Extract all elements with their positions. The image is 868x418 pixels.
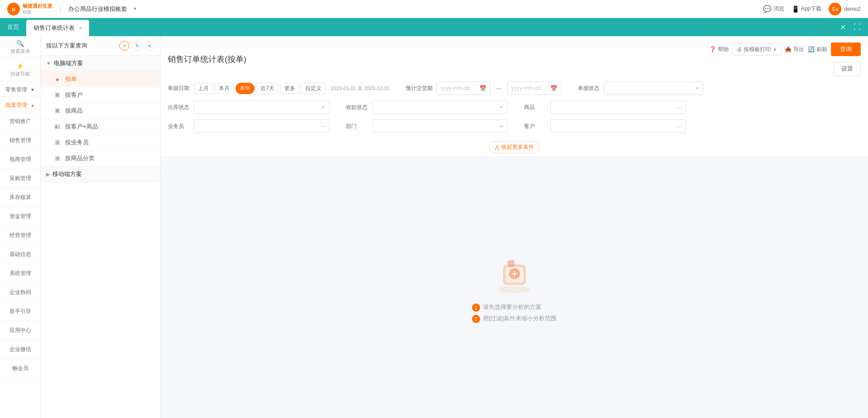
delivery-label: 出库状态	[168, 104, 190, 111]
calendar-end-icon[interactable]: 📅	[550, 85, 557, 92]
filter-row-2: 出库状态 ▼ 收款状态 ▼	[168, 100, 861, 114]
department-select[interactable]: ▼	[372, 119, 508, 133]
app-download-btn[interactable]: 📱 App下载	[792, 5, 821, 13]
panel-edit-btn[interactable]: ✎	[132, 41, 142, 51]
plan-group-pc-arrow: ▼	[46, 61, 51, 66]
message-btn[interactable]: 💬 消息	[763, 5, 784, 13]
plan-group-pc-header[interactable]: ▼ 电脑端方案	[41, 56, 160, 71]
panel-collapse-btn[interactable]: «	[145, 41, 155, 51]
date-filter-label: 单据日期	[168, 85, 190, 92]
plan-group-mobile-header[interactable]: ▶ 移动端方案	[41, 166, 160, 182]
collapse-label: 收起更多条件	[501, 143, 534, 151]
empty-illustration	[492, 251, 537, 298]
sidebar-item-应用中心[interactable]: 应用中心	[0, 321, 40, 340]
sidebar-retail-label: 零售管理	[5, 86, 27, 94]
expected-date-start[interactable]: yyyy-mm-dd 📅	[436, 81, 491, 95]
window-expand-btn[interactable]: ⛶	[852, 22, 863, 33]
product-label: 商品	[524, 104, 547, 111]
sidebar-item-wholesale[interactable]: 批发管理 ▲	[0, 97, 40, 112]
collapse-filter-btn[interactable]: ⋀ 收起更多条件	[489, 141, 540, 153]
sidebar-item-经营管理[interactable]: 经营管理	[0, 226, 40, 245]
salesperson-label: 业务员	[168, 123, 190, 130]
user-avatar: Ea	[829, 3, 841, 15]
tab-active[interactable]: 销售订单统计表 ×	[26, 20, 89, 36]
delivery-status-select[interactable]: ▼	[194, 100, 330, 114]
refresh-btn[interactable]: 🔄 刷新	[808, 46, 827, 53]
tab-close-btn[interactable]: ×	[79, 25, 82, 31]
customer-input[interactable]: ···	[550, 119, 686, 133]
sidebar: 🔍 搜索菜单 ⚡ 快捷导航 零售管理 ▼ 批发管理 ▲ 营销推广销售管理电商管理…	[0, 36, 41, 418]
export-icon: 📤	[785, 46, 792, 52]
tab-active-label: 销售订单统计表	[33, 24, 75, 32]
sidebar-item-营销推广[interactable]: 营销推广	[0, 112, 40, 131]
plan-item-by-cust-product[interactable]: 客+ 按客户+商品	[41, 119, 160, 135]
sidebar-group-retail: 零售管理 ▼	[0, 81, 40, 97]
btn-custom-date[interactable]: 自定义	[301, 83, 326, 94]
sidebar-item-销售管理[interactable]: 销售管理	[0, 131, 40, 150]
help-btn[interactable]: ❓ 帮助	[709, 46, 729, 53]
sidebar-item-基础信息[interactable]: 基础信息	[0, 245, 40, 264]
svg-text:商: 商	[56, 109, 59, 113]
plan-item-icon-cust-product: 客+	[53, 123, 61, 131]
main-layout: 🔍 搜索菜单 ⚡ 快捷导航 零售管理 ▼ 批发管理 ▲ 营销推广销售管理电商管理…	[0, 36, 868, 418]
btn-this-month[interactable]: 本月	[215, 83, 234, 94]
calendar-start-icon[interactable]: 📅	[479, 85, 486, 92]
sidebar-item-企业协同[interactable]: 企业协同	[0, 283, 40, 302]
user-area[interactable]: Ea demo2	[829, 3, 861, 15]
sidebar-item-畅会员[interactable]: 畅会员	[0, 359, 40, 378]
tab-home[interactable]: 首页	[0, 18, 26, 36]
plan-item-by-product[interactable]: 商 按商品	[41, 103, 160, 119]
btn-this-year[interactable]: 本年	[236, 83, 255, 94]
sidebar-item-库存核算[interactable]: 库存核算	[0, 188, 40, 207]
sidebar-item-企业微信[interactable]: 企业微信	[0, 340, 40, 359]
plan-item-by-category[interactable]: 类 按商品分类	[41, 151, 160, 166]
filter-delivery: 出库状态 ▼	[168, 100, 330, 114]
sidebar-item-retail[interactable]: 零售管理 ▼	[0, 81, 40, 96]
plan-item-by-customer[interactable]: 客 按客户	[41, 87, 160, 103]
expected-date-end-placeholder: yyyy-mm-dd	[511, 85, 541, 91]
sidebar-item-系统管理[interactable]: 系统管理	[0, 264, 40, 283]
sidebar-item-新手引导[interactable]: 新手引导	[0, 302, 40, 321]
svg-text:客+: 客+	[55, 125, 60, 128]
btn-more-date[interactable]: 更多	[280, 83, 299, 94]
sidebar-nav-quicknav[interactable]: ⚡ 快捷导航	[0, 59, 40, 81]
app-dropdown-arrow[interactable]: ▼	[132, 6, 137, 11]
left-panel-title: 按以下方案查询	[46, 42, 87, 50]
bill-status-label: 单据状态	[578, 85, 600, 92]
payment-status-select[interactable]: ▼	[372, 100, 508, 114]
plan-item-by-salesperson[interactable]: 员 按业务员	[41, 135, 160, 151]
tab-bar: 首页 销售订单统计表 × ✕ ⛶	[0, 18, 868, 36]
export-btn[interactable]: 📤 导出	[785, 46, 804, 53]
sidebar-search[interactable]: 🔍 搜索菜单	[0, 36, 40, 59]
sidebar-item-采购管理[interactable]: 采购管理	[0, 169, 40, 188]
top-bar-right: 💬 消息 📱 App下载 Ea demo2	[763, 3, 861, 15]
settings-btn[interactable]: 设置	[834, 62, 861, 76]
bill-status-select[interactable]: ▼	[604, 81, 703, 95]
hint-text-2: 用[过滤]条件来缩小分析范围	[483, 314, 557, 323]
delivery-arrow-icon: ▼	[321, 105, 326, 110]
hint-num-2: 2	[472, 315, 480, 323]
expected-date-end[interactable]: yyyy-mm-dd 📅	[507, 81, 561, 95]
btn-last-month[interactable]: 上月	[194, 83, 213, 94]
empty-hint-2: 2 用[过滤]条件来缩小分析范围	[472, 314, 557, 323]
sidebar-item-电商管理[interactable]: 电商管理	[0, 150, 40, 169]
sidebar-item-资金管理[interactable]: 资金管理	[0, 207, 40, 226]
btn-last7days[interactable]: 近7天	[256, 83, 278, 94]
svg-text:员: 员	[56, 141, 59, 145]
template-print-btn[interactable]: 🖨 按模板打印 ▼	[732, 43, 781, 56]
salesperson-input[interactable]: ···	[194, 119, 330, 133]
payment-label: 收款状态	[346, 104, 368, 111]
date-range-text: 2023-01-01 至 2023-12-31	[331, 85, 390, 92]
product-input[interactable]: ···	[550, 100, 686, 114]
sidebar-quicknav-label: 快捷导航	[4, 71, 37, 77]
filter-bill-status: 单据状态 ▼	[578, 81, 703, 95]
user-name: demo2	[844, 6, 861, 12]
panel-add-btn[interactable]: +	[119, 41, 129, 51]
query-btn[interactable]: 查询	[831, 43, 861, 56]
plan-group-pc-label: 电脑端方案	[54, 59, 83, 67]
help-label: 帮助	[718, 46, 729, 53]
download-icon: 📱	[792, 5, 799, 13]
plan-item-by-order[interactable]: ● 按单	[41, 71, 160, 87]
window-close-btn[interactable]: ✕	[837, 22, 848, 33]
plan-item-label-salesperson: 按业务员	[65, 138, 89, 147]
